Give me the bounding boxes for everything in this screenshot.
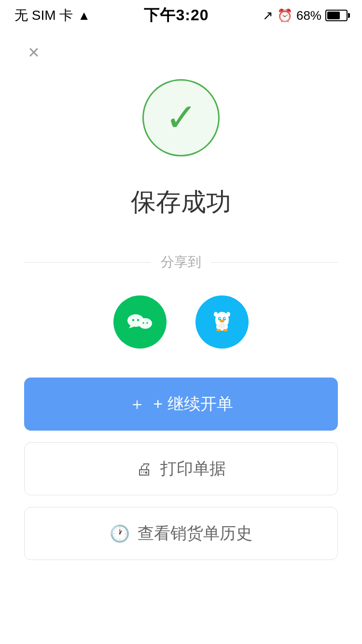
svg-point-1 (139, 318, 152, 329)
svg-point-3 (137, 319, 139, 321)
location-icon: ↗ (263, 8, 273, 23)
svg-point-11 (220, 320, 224, 322)
action-buttons: ＋ + 继续开单 🖨 打印单据 🕐 查看销货单历史 (0, 378, 362, 560)
status-left: 无 SIM 卡 ▲︎ (14, 6, 90, 25)
svg-point-10 (224, 318, 225, 319)
print-label: 打印单据 (160, 458, 226, 480)
svg-point-17 (226, 312, 230, 317)
qq-share-button[interactable] (195, 295, 249, 349)
svg-point-14 (216, 329, 221, 332)
continue-button[interactable]: ＋ + 继续开单 (24, 378, 338, 431)
history-button[interactable]: 🕐 查看销货单历史 (24, 507, 338, 560)
qq-icon (208, 308, 237, 336)
plus-icon: ＋ (129, 393, 145, 415)
success-title: 保存成功 (131, 185, 231, 219)
battery-percent: 68% (296, 8, 321, 23)
status-bar: 无 SIM 卡 ▲︎ 下午3:20 ↗ ⏰ 68% (0, 0, 362, 31)
alarm-icon: ⏰ (277, 8, 292, 23)
svg-point-15 (223, 329, 228, 332)
share-section: 分享到 (0, 253, 362, 349)
battery-fill (327, 12, 340, 19)
no-sim-text: 无 SIM 卡 (14, 6, 73, 25)
svg-point-16 (214, 312, 218, 317)
wechat-share-button[interactable] (113, 295, 167, 349)
share-divider: 分享到 (24, 253, 338, 271)
main-content: ✓ 保存成功 分享到 (0, 31, 362, 560)
wechat-icon (124, 306, 156, 338)
print-button[interactable]: 🖨 打印单据 (24, 442, 338, 495)
svg-point-5 (146, 322, 148, 324)
svg-point-2 (132, 319, 134, 321)
svg-point-13 (218, 323, 226, 329)
battery-icon (325, 10, 348, 21)
print-icon: 🖨 (136, 460, 153, 478)
success-circle: ✓ (142, 79, 220, 156)
history-label: 查看销货单历史 (138, 522, 252, 545)
wifi-icon: ▲︎ (78, 8, 90, 23)
checkmark-icon: ✓ (165, 98, 197, 137)
close-icon: × (28, 42, 39, 62)
share-label: 分享到 (151, 253, 211, 271)
close-button[interactable]: × (19, 38, 48, 67)
continue-label: + 继续开单 (153, 393, 233, 415)
status-right: ↗ ⏰ 68% (263, 8, 348, 23)
share-icons (24, 295, 338, 349)
status-time: 下午3:20 (144, 5, 209, 26)
clock-icon: 🕐 (110, 524, 130, 543)
svg-point-9 (219, 318, 221, 319)
svg-point-4 (142, 322, 144, 324)
